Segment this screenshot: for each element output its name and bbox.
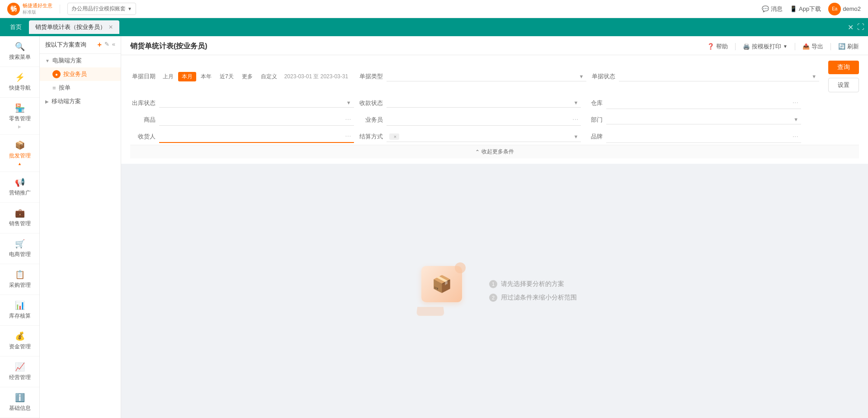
close-window-icon[interactable]: ✕ [848, 23, 854, 32]
empty-hints: 1 请先选择要分析的方案 2 用过滤条件来缩小分析范围 [489, 280, 577, 302]
message-icon: 💬 [762, 5, 769, 12]
retail-icon: 🏪 [15, 103, 25, 113]
tab-home[interactable]: 首页 [4, 20, 28, 34]
date-filter-group: 上月 本月 本年 近7天 更多 自定义 2023-03-01 至 2023-03… [159, 72, 354, 81]
sidebar-item-retail[interactable]: 🏪 零售管理 ▶ [0, 98, 39, 135]
maximize-icon[interactable]: ⛶ [857, 23, 864, 32]
goods-dots[interactable]: ··· [345, 115, 351, 124]
brand-dots[interactable]: ··· [793, 133, 798, 141]
goods-label: 商品 [130, 116, 156, 124]
consignee-field[interactable]: ··· [159, 130, 354, 143]
query-button[interactable]: 查询 [828, 61, 859, 74]
export-icon: 📤 [802, 43, 810, 50]
chevron-down-icon: ▼ [127, 6, 132, 11]
receipt-status-dropdown[interactable]: ▼ [387, 98, 581, 108]
refresh-icon: 🔄 [838, 43, 845, 50]
sidebar-item-basic[interactable]: ℹ️ 基础信息 [0, 387, 39, 418]
warehouse-field[interactable]: ··· [606, 97, 801, 109]
goods-field[interactable]: ··· [159, 114, 354, 126]
operation-icon: 📈 [15, 362, 25, 372]
edit-scheme-icon[interactable]: ✎ [104, 41, 109, 49]
date-last-7[interactable]: 近7天 [216, 72, 237, 81]
marketing-icon: 📢 [15, 177, 25, 187]
date-range: 2023-03-01 至 2023-03-31 [284, 73, 348, 81]
date-this-year[interactable]: 本年 [197, 72, 215, 81]
sidebar-item-wholesale[interactable]: 📦 批发管理 ▲ [0, 135, 39, 172]
box-decoration [455, 262, 466, 273]
close-icon[interactable]: ✕ [108, 24, 113, 30]
empty-illustration: 📦 [412, 266, 471, 316]
collapse-panel-icon[interactable]: « [112, 41, 115, 49]
filter-row-3: 商品 ··· 业务员 ··· 部门 ▼ [130, 114, 859, 126]
add-scheme-button[interactable]: + [97, 41, 101, 49]
export-button[interactable]: 📤 导出 [802, 43, 823, 51]
page-title: 销货单统计表(按业务员) [130, 42, 208, 51]
tree-by-order[interactable]: ≡ 按单 [40, 81, 121, 95]
brand-field[interactable]: ··· [606, 131, 801, 143]
date-label: 单据日期 [130, 72, 156, 81]
brand-label: 品牌 [585, 133, 603, 141]
sidebar-item-sales[interactable]: 💼 销售管理 [0, 203, 39, 233]
ecommerce-icon: 🛒 [15, 239, 25, 249]
content-area: 销货单统计表(按业务员) ❓ 帮助 🖨️ 按模板打印 ▼ 📤 导出 [121, 36, 868, 418]
nav-dropdown[interactable]: 办公用品行业模拟账套 ▼ [67, 3, 136, 15]
sidebar-item-inventory[interactable]: 📊 库存核算 [0, 295, 39, 326]
step-2-icon: 2 [489, 294, 497, 302]
avatar: Ea [828, 3, 841, 15]
print-dropdown-icon: ▼ [783, 44, 788, 49]
header-actions: ❓ 帮助 🖨️ 按模板打印 ▼ 📤 导出 🔄 刷新 [707, 43, 859, 51]
sales-icon: 💼 [15, 208, 25, 218]
payment-tag-clear[interactable]: × [394, 134, 396, 139]
quicknav-icon: ⚡ [15, 72, 25, 82]
collapse-button[interactable]: ⌃ 收起更多条件 [475, 148, 514, 156]
panel-actions: + ✎ « [97, 41, 115, 49]
sidebar-item-purchase[interactable]: 📋 采购管理 [0, 264, 39, 295]
tab-bar: 首页 销货单统计表（按业务员） ✕ ✕ ⛶ [0, 18, 868, 36]
doc-status-dropdown[interactable]: ▼ [619, 72, 819, 81]
department-dropdown[interactable]: ▼ [606, 115, 801, 124]
chevron-down-icon3: ▼ [346, 100, 351, 105]
salesperson-field[interactable]: ··· [387, 114, 581, 126]
date-custom[interactable]: 自定义 [257, 72, 281, 81]
doc-type-dropdown[interactable]: ▼ [387, 72, 587, 81]
tab-sales-stat[interactable]: 销货单统计表（按业务员） ✕ [29, 20, 119, 34]
payment-method-field[interactable]: × ▼ [387, 132, 581, 142]
filter-wrapper: 单据日期 上月 本月 本年 近7天 更多 自定义 2023-03-01 至 20… [121, 55, 868, 164]
tree-mobile-group[interactable]: ▶ 移动端方案 [40, 95, 121, 108]
tree-by-salesperson[interactable]: ● 按业务员 [40, 67, 121, 81]
sidebar-item-marketing[interactable]: 📢 营销推广 [0, 172, 39, 203]
filter-row-4: 收货人 ··· 结算方式 × ▼ 品牌 ··· [130, 130, 859, 143]
out-status-dropdown[interactable]: ▼ [159, 98, 354, 108]
date-last-month[interactable]: 上月 [159, 72, 177, 81]
app-download-button[interactable]: 📱 App下载 [790, 5, 821, 13]
action-buttons: 查询 设置 [828, 61, 859, 92]
sidebar-search[interactable]: 🔍 搜索菜单 [0, 36, 39, 67]
print-button[interactable]: 🖨️ 按模板打印 ▼ [743, 43, 788, 51]
warehouse-dots[interactable]: ··· [793, 99, 798, 107]
tree-desktop-group[interactable]: ▼ 电脑端方案 [40, 54, 121, 67]
divider [735, 43, 736, 50]
sidebar-item-finance[interactable]: 💰 资金管理 [0, 326, 39, 356]
payment-method-label: 结算方式 [358, 133, 383, 141]
date-more[interactable]: 更多 [238, 72, 256, 81]
help-button[interactable]: ❓ 帮助 [707, 43, 728, 51]
consignee-dots[interactable]: ··· [345, 132, 351, 140]
salesperson-dots[interactable]: ··· [572, 115, 578, 124]
user-menu[interactable]: Ea demo2 [828, 3, 861, 15]
filter-row-1: 单据日期 上月 本月 本年 近7天 更多 自定义 2023-03-01 至 20… [130, 61, 859, 92]
chevron-down-icon4: ▼ [573, 100, 578, 105]
logo-area[interactable]: 畅 畅捷通好生意 标准版 [7, 2, 52, 15]
logo-icon: 畅 [7, 3, 20, 15]
sidebar-item-operation[interactable]: 📈 经营管理 [0, 356, 39, 387]
wholesale-icon: 📦 [15, 140, 25, 150]
settings-button[interactable]: 设置 [828, 78, 859, 92]
divider2 [795, 43, 795, 50]
message-button[interactable]: 💬 消息 [762, 5, 783, 13]
finance-icon: 💰 [15, 331, 25, 341]
active-dot-icon: ● [52, 70, 61, 78]
date-this-month[interactable]: 本月 [178, 72, 196, 81]
empty-state: 📦 1 请先选择要分析的方案 2 用过滤条件来缩小分析范围 [121, 164, 868, 418]
sidebar-item-ecommerce[interactable]: 🛒 电商管理 [0, 233, 39, 264]
refresh-button[interactable]: 🔄 刷新 [838, 43, 859, 51]
sidebar-quicknav[interactable]: ⚡ 快捷导航 [0, 67, 39, 98]
